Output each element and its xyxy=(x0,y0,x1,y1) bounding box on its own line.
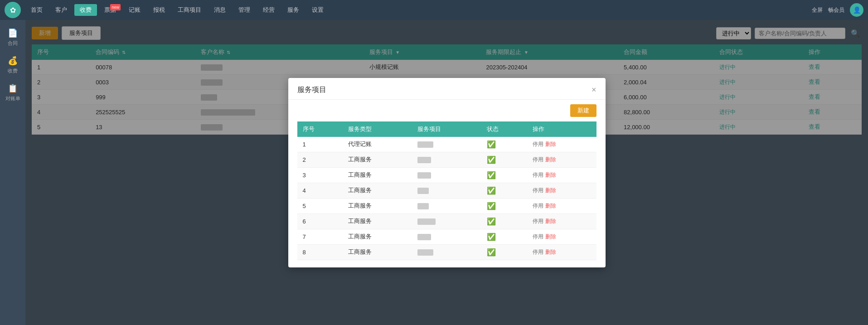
delete-button[interactable]: 删除 xyxy=(545,248,556,256)
cell-no: 2 xyxy=(297,152,343,167)
status-check-icon: ✅ xyxy=(487,218,496,225)
cell-status: ✅ xyxy=(481,198,527,213)
sidebar-label: 收费 xyxy=(8,68,18,74)
stop-button[interactable]: 停用 xyxy=(533,187,543,194)
cell-item: ████ xyxy=(412,229,481,244)
delete-button[interactable]: 删除 xyxy=(545,202,556,210)
service-dialog: 服务项目 × 新建 序号 服务类型 服务项目 状态 xyxy=(288,78,606,267)
cell-no: 3 xyxy=(297,167,343,183)
member-label[interactable]: 畅会员 xyxy=(828,6,844,14)
delete-button[interactable]: 删除 xyxy=(545,233,556,241)
stop-button[interactable]: 停用 xyxy=(533,233,543,241)
status-check-icon: ✅ xyxy=(487,202,496,210)
table-row: 5 工商服务 ███ ✅ 停用 删除 xyxy=(297,198,596,213)
cell-type: 工商服务 xyxy=(343,167,412,183)
delete-button[interactable]: 删除 xyxy=(545,156,556,164)
col-status: 状态 xyxy=(481,121,527,137)
sidebar-item-hetong[interactable]: 📄合同 xyxy=(2,24,24,50)
new-badge: new xyxy=(110,4,121,10)
cell-actions: 停用 删除 xyxy=(527,137,596,152)
dialog-table-header: 序号 服务类型 服务项目 状态 操作 xyxy=(297,121,596,137)
cell-item: ██████ xyxy=(412,213,481,229)
cell-no: 8 xyxy=(297,244,343,260)
sidebar-label: 合同 xyxy=(8,40,18,47)
fullscreen-label[interactable]: 全屏 xyxy=(812,6,823,14)
cell-status: ✅ xyxy=(481,183,527,198)
nav-item-customer[interactable]: 客户 xyxy=(50,4,73,16)
stop-button[interactable]: 停用 xyxy=(533,218,543,225)
table-row: 1 代理记账 ████1 ✅ 停用 删除 xyxy=(297,137,596,152)
col-action: 操作 xyxy=(527,121,596,137)
nav-item-baoshui[interactable]: 报税 xyxy=(148,4,170,16)
dialog-toolbar: 新建 xyxy=(288,100,606,121)
cell-status: ✅ xyxy=(481,213,527,229)
cell-no: 7 xyxy=(297,229,343,244)
nav-item-jingying[interactable]: 经营 xyxy=(257,4,280,16)
nav-item-shezhi[interactable]: 设置 xyxy=(306,4,329,16)
col-type: 服务类型 xyxy=(343,121,412,137)
table-row: 2 工商服务 ████ ✅ 停用 删除 xyxy=(297,152,596,167)
stop-button[interactable]: 停用 xyxy=(533,156,543,164)
sidebar-item-shoufei[interactable]: 💰收费 xyxy=(2,52,24,78)
cell-type: 工商服务 xyxy=(343,229,412,244)
top-nav-right: 全屏 畅会员 👤 xyxy=(812,3,863,17)
delete-button[interactable]: 删除 xyxy=(545,141,556,148)
sidebar-item-duizhangdan[interactable]: 📋对账单 xyxy=(2,80,24,106)
cell-type: 代理记账 xyxy=(343,137,412,152)
status-check-icon: ✅ xyxy=(487,141,496,148)
status-check-icon: ✅ xyxy=(487,187,496,194)
cell-actions: 停用 删除 xyxy=(527,244,596,260)
cell-type: 工商服务 xyxy=(343,213,412,229)
stop-button[interactable]: 停用 xyxy=(533,248,543,256)
cell-status: ✅ xyxy=(481,167,527,183)
dialog-add-button[interactable]: 新建 xyxy=(570,104,596,117)
status-check-icon: ✅ xyxy=(487,171,496,179)
cell-type: 工商服务 xyxy=(343,198,412,213)
nav-item-guanli[interactable]: 管理 xyxy=(233,4,256,16)
col-no: 序号 xyxy=(297,121,343,137)
delete-button[interactable]: 删除 xyxy=(545,218,556,225)
sidebar: 📄合同💰收费📋对账单 xyxy=(0,20,25,325)
dialog-table-body: 1 代理记账 ████1 ✅ 停用 删除 2 工商服务 ████ ✅ 停用 删除… xyxy=(297,137,596,260)
cell-item: ████ xyxy=(412,152,481,167)
table-row: 7 工商服务 ████ ✅ 停用 删除 xyxy=(297,229,596,244)
cell-item: ████1 xyxy=(412,137,481,152)
nav-item-home[interactable]: 首页 xyxy=(25,4,48,16)
delete-button[interactable]: 删除 xyxy=(545,171,556,179)
cell-type: 工商服务 xyxy=(343,183,412,198)
cell-actions: 停用 删除 xyxy=(527,167,596,183)
stop-button[interactable]: 停用 xyxy=(533,171,543,179)
dialog-title: 服务项目 xyxy=(297,85,326,95)
sidebar-icon: 📄 xyxy=(8,28,18,38)
col-item: 服务项目 xyxy=(412,121,481,137)
cell-actions: 停用 删除 xyxy=(527,183,596,198)
stop-button[interactable]: 停用 xyxy=(533,141,543,148)
nav-item-piaoju[interactable]: 票据new xyxy=(99,4,121,16)
stop-button[interactable]: 停用 xyxy=(533,202,543,210)
avatar[interactable]: 👤 xyxy=(850,3,863,17)
nav-item-shoufei[interactable]: 收费 xyxy=(74,4,97,16)
cell-item: ███ xyxy=(412,198,481,213)
dialog-header: 服务项目 × xyxy=(288,78,606,100)
table-row: 8 工商服务 ███注册 ✅ 停用 删除 xyxy=(297,244,596,260)
cell-actions: 停用 删除 xyxy=(527,213,596,229)
cell-type: 工商服务 xyxy=(343,152,412,167)
nav-item-jizhang[interactable]: 记账 xyxy=(123,4,146,16)
table-row: 6 工商服务 ██████ ✅ 停用 删除 xyxy=(297,213,596,229)
cell-actions: 停用 删除 xyxy=(527,152,596,167)
cell-status: ✅ xyxy=(481,137,527,152)
nav-item-fuwu[interactable]: 服务 xyxy=(282,4,305,16)
nav-item-gongshang[interactable]: 工商项目 xyxy=(172,4,207,16)
cell-item: ███ xyxy=(412,183,481,198)
dialog-close-button[interactable]: × xyxy=(592,86,596,94)
cell-no: 6 xyxy=(297,213,343,229)
nav-item-xiaoxi[interactable]: 消息 xyxy=(209,4,231,16)
sidebar-icon: 💰 xyxy=(8,56,18,66)
dialog-content: 序号 服务类型 服务项目 状态 操作 1 代理记账 ████1 ✅ 停用 删除 xyxy=(288,121,606,267)
table-row: 4 工商服务 ███ ✅ 停用 删除 xyxy=(297,183,596,198)
main-layout: 📄合同💰收费📋对账单 新增 服务项目 进行中全部已终止 🔍 序号 合同编码 ⇅ … xyxy=(0,20,868,325)
cell-status: ✅ xyxy=(481,244,527,260)
cell-no: 5 xyxy=(297,198,343,213)
status-check-icon: ✅ xyxy=(487,156,496,164)
delete-button[interactable]: 删除 xyxy=(545,187,556,194)
